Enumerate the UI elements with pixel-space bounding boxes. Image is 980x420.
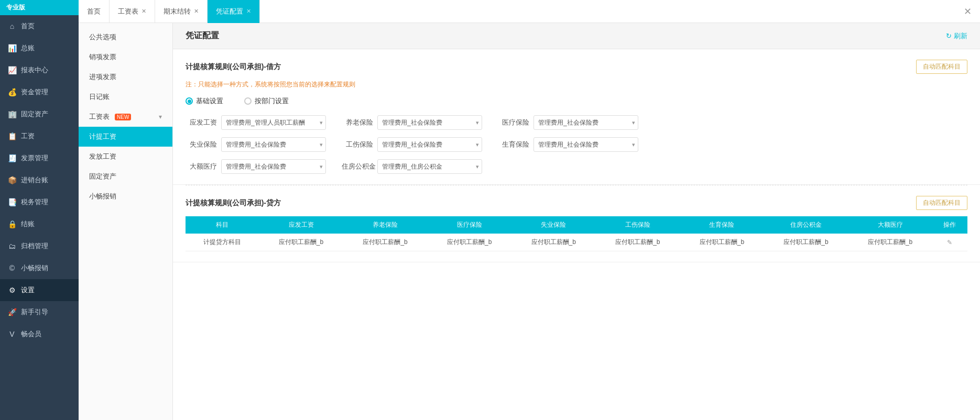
radio-basic-setup[interactable]: 基础设置: [186, 96, 223, 106]
debit-section-title: 计提核算规则(公司承担)-借方: [186, 62, 281, 72]
debit-pension-select[interactable]: 管理费用_社会保险费: [377, 115, 482, 130]
edit-icon[interactable]: ✎: [947, 239, 952, 246]
debit-major-medical-select[interactable]: 管理费用_社会保险费: [221, 159, 326, 174]
invoice-icon: 🧾: [7, 154, 17, 162]
sidebar-item-fixed-assets[interactable]: 🏢 固定资产: [0, 103, 79, 125]
page-content: 公共选项 销项发票 进项发票 日记账 工资表 NEW ▾ 计提工资 发放工资: [79, 23, 980, 420]
sub-nav-item-sales-invoice[interactable]: 销项发票: [79, 47, 172, 67]
sidebar-item-closing[interactable]: 🔒 结账: [0, 213, 79, 235]
sidebar-label-fixed-assets: 固定资产: [21, 109, 48, 119]
page-title: 凭证配置: [186, 30, 219, 41]
close-window-button[interactable]: ✕: [955, 6, 980, 17]
cell-action[interactable]: ✎: [932, 234, 967, 251]
tab-payroll-label: 工资表: [118, 7, 138, 16]
debit-section: 计提核算规则(公司承担)-借方 自动匹配科目 注：只能选择一种方式，系统将按照您…: [173, 49, 980, 185]
sidebar-item-payroll[interactable]: 📋 工资: [0, 125, 79, 147]
debit-form-row-2: 失业保险 管理费用_社会保险费 工伤保险 管理费用_社会: [186, 137, 967, 152]
tab-home[interactable]: 首页: [79, 0, 110, 23]
tab-period-closing-label: 期末结转: [164, 7, 191, 16]
debit-unemploy-select-wrapper: 管理费用_社会保险费: [221, 137, 326, 152]
sub-nav-item-calc-payroll[interactable]: 计提工资: [79, 127, 172, 147]
home-icon: ⌂: [7, 22, 17, 30]
sidebar-label-sales-ledger: 进销台账: [21, 175, 48, 185]
col-action: 操作: [932, 216, 967, 234]
radio-dept-setup-label: 按部门设置: [255, 96, 289, 106]
sub-nav-item-public-options[interactable]: 公共选项: [79, 27, 172, 47]
radio-dept-setup[interactable]: 按部门设置: [244, 96, 289, 106]
debit-injury-select-wrapper: 管理费用_社会保险费: [377, 137, 482, 152]
sidebar-item-home[interactable]: ⌂ 首页: [0, 15, 79, 37]
debit-notice-text: 注：只能选择一种方式，系统将按照您当前的选择来配置规则: [186, 80, 967, 89]
sidebar-item-sales-ledger[interactable]: 📦 进销台账: [0, 169, 79, 191]
sidebar-item-general-ledger[interactable]: 📊 总账: [0, 37, 79, 59]
archive-icon: 🗂: [7, 242, 17, 250]
sidebar-item-invoice-mgmt[interactable]: 🧾 发票管理: [0, 147, 79, 169]
sub-nav: 公共选项 销项发票 进项发票 日记账 工资表 NEW ▾ 计提工资 发放工资: [79, 23, 173, 420]
refresh-button[interactable]: ↻ 刷新: [946, 31, 967, 41]
debit-field-medical: 医疗保险 管理费用_社会保险费: [498, 115, 638, 130]
debit-payroll-select-wrapper: 管理费用_管理人员职工薪酬: [221, 115, 326, 130]
cell-payroll: 应付职工薪酬_b: [259, 234, 343, 251]
sidebar-item-report-center[interactable]: 📈 报表中心: [0, 59, 79, 81]
sidebar-label-tax-mgmt: 税务管理: [21, 197, 48, 207]
main-area: 首页 工资表 ✕ 期末结转 ✕ 凭证配置 ✕ ✕ 公共选项 销项发票 进项发票: [79, 0, 980, 420]
debit-medical-select[interactable]: 管理费用_社会保险费: [533, 115, 638, 130]
debit-unemploy-select[interactable]: 管理费用_社会保险费: [221, 137, 326, 152]
tab-period-closing-close[interactable]: ✕: [194, 8, 199, 15]
debit-section-header: 计提核算规则(公司承担)-借方 自动匹配科目: [186, 60, 967, 74]
debit-birth-select[interactable]: 管理费用_社会保险费: [533, 137, 638, 152]
gear-icon: ⚙: [7, 286, 17, 294]
sidebar-item-archive-mgmt[interactable]: 🗂 归档管理: [0, 235, 79, 257]
tab-period-closing[interactable]: 期末结转 ✕: [155, 0, 208, 23]
debit-field-injury: 工伤保险 管理费用_社会保险费: [342, 137, 482, 152]
tax-icon: 📑: [7, 198, 17, 206]
debit-field-birth: 生育保险 管理费用_社会保险费: [498, 137, 638, 152]
tab-voucher-config-close[interactable]: ✕: [246, 8, 251, 15]
col-unemploy: 失业保险: [511, 216, 596, 234]
sub-nav-item-issue-payroll[interactable]: 发放工资: [79, 147, 172, 167]
sidebar-header: 专业版: [0, 0, 79, 15]
sidebar-item-tax-mgmt[interactable]: 📑 税务管理: [0, 191, 79, 213]
sidebar-label-archive-mgmt: 归档管理: [21, 241, 48, 251]
credit-table: 科目 应发工资 养老保险 医疗保险 失业保险 工伤保险 生育保险 住房公积金 大…: [186, 216, 967, 251]
debit-auto-match-button[interactable]: 自动匹配科目: [916, 60, 967, 74]
debit-field-payroll: 应发工资 管理费用_管理人员职工薪酬: [186, 115, 326, 130]
debit-form-row-1: 应发工资 管理费用_管理人员职工薪酬 养老保险 管理费用: [186, 115, 967, 130]
debit-unemploy-label: 失业保险: [186, 140, 217, 149]
credit-auto-match-button[interactable]: 自动匹配科目: [916, 196, 967, 210]
sub-nav-item-journal[interactable]: 日记账: [79, 87, 172, 107]
sidebar-item-beginner-guide[interactable]: 🚀 新手引导: [0, 301, 79, 323]
sub-nav-item-fixed-assets-sub[interactable]: 固定资产: [79, 167, 172, 186]
debit-housing-label: 住房公积金: [342, 162, 373, 171]
tab-voucher-config[interactable]: 凭证配置 ✕: [208, 0, 260, 23]
debit-pension-label: 养老保险: [342, 118, 373, 127]
sidebar-label-settings: 设置: [21, 285, 35, 295]
sidebar-item-member[interactable]: V 畅会员: [0, 323, 79, 345]
lock-icon: 🔒: [7, 220, 17, 228]
sidebar-label-fund-mgmt: 资金管理: [21, 87, 48, 97]
cell-major-medical: 应付职工薪酬_b: [848, 234, 932, 251]
content-area: 凭证配置 ↻ 刷新 计提核算规则(公司承担)-借方 自动匹配科目 注：只能选择一…: [173, 23, 980, 420]
sidebar-item-xiao-chang[interactable]: © 小畅报销: [0, 257, 79, 279]
col-birth: 生育保险: [680, 216, 764, 234]
debit-injury-select[interactable]: 管理费用_社会保险费: [377, 137, 482, 152]
radio-basic-setup-label: 基础设置: [196, 96, 223, 106]
sales-icon: 📦: [7, 176, 17, 184]
debit-housing-select[interactable]: 管理费用_住房公积金: [377, 159, 482, 174]
sidebar-label-closing: 结账: [21, 219, 35, 229]
cell-housing: 应付职工薪酬_b: [764, 234, 848, 251]
sub-nav-item-xiao-chang-expense[interactable]: 小畅报销: [79, 186, 172, 206]
tab-payroll[interactable]: 工资表 ✕: [110, 0, 155, 23]
refresh-icon: ↻: [946, 32, 952, 40]
sidebar-label-general-ledger: 总账: [21, 43, 35, 53]
tab-payroll-close[interactable]: ✕: [141, 8, 146, 15]
sidebar: 专业版 ⌂ 首页 📊 总账 📈 报表中心 💰 资金管理 🏢 固定资产 📋 工资 …: [0, 0, 79, 420]
debit-field-unemploy: 失业保险 管理费用_社会保险费: [186, 137, 326, 152]
debit-payroll-select[interactable]: 管理费用_管理人员职工薪酬: [221, 115, 326, 130]
sidebar-item-fund-mgmt[interactable]: 💰 资金管理: [0, 81, 79, 103]
sidebar-item-settings[interactable]: ⚙ 设置: [0, 279, 79, 301]
sub-nav-item-purchase-invoice[interactable]: 进项发票: [79, 67, 172, 87]
sidebar-label-payroll: 工资: [21, 131, 35, 141]
rocket-icon: 🚀: [7, 308, 17, 316]
sub-nav-item-payroll-table[interactable]: 工资表 NEW ▾: [79, 107, 172, 127]
